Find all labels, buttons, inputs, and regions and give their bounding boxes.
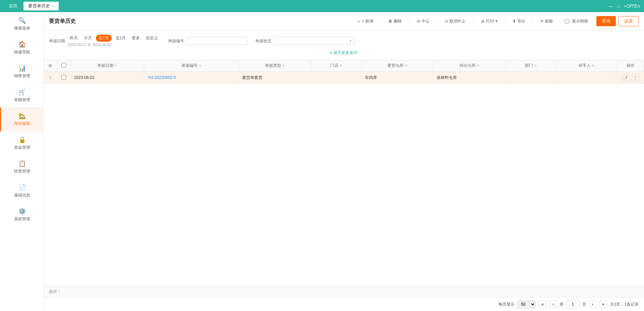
print-button[interactable]: 🖨 打印 ▾ [477, 17, 501, 26]
display-detail-checkbox[interactable] [565, 19, 569, 24]
refresh-button[interactable]: ↻ 刷新 [537, 17, 556, 26]
row-bill-type: 要货单要货 [238, 72, 311, 84]
query-button[interactable]: 查询 [596, 16, 616, 26]
stop-button[interactable]: ⊘ 中止 [414, 17, 433, 26]
divider-2 [409, 18, 410, 24]
table-area: ⚙ 单据日期 ⇅ 单据编号 ⇅ [44, 60, 644, 286]
filter-bar: 单据日期 昨天 今天 近7天 近1月 更多 自定义 2023-05-27 至 2… [44, 31, 644, 60]
col-pending-warehouse-label: 待出仓库 [460, 63, 476, 68]
sidebar-item-basic-info[interactable]: 📄 基础信息 [0, 179, 43, 203]
sidebar-label-inventory: 库存核算 [14, 121, 30, 127]
gear-icon[interactable]: ⚙ [48, 63, 52, 68]
page-label: 第 [559, 302, 564, 307]
print-label: 打印 [486, 18, 494, 24]
col-bill-type[interactable]: 单据类型 ⇅ [238, 60, 311, 72]
page-input[interactable] [566, 301, 580, 308]
row-bill-date: 2023-06-02 [70, 72, 144, 84]
sales-icon: 📊 [18, 64, 26, 72]
export-button[interactable]: ⬆ 导出 [509, 17, 529, 26]
basic-info-icon: 📄 [18, 184, 26, 191]
col-bill-date-sort: ⇅ [114, 64, 117, 68]
minimize-btn[interactable]: — [609, 4, 613, 9]
shortcut-more[interactable]: 更多 [130, 35, 142, 42]
maximize-btn[interactable]: □ [617, 4, 620, 9]
shortcut-today[interactable]: 今天 [82, 35, 94, 42]
shortcut-7days[interactable]: 近7天 [96, 35, 112, 42]
sidebar-item-finance[interactable]: 🔒 资金管理 [0, 131, 43, 155]
display-detail-toggle[interactable]: 显示明细 [565, 18, 588, 24]
expand-more-label: 展开更多条件 [333, 50, 358, 56]
prev-page-btn[interactable]: ‹ [549, 301, 557, 308]
col-bill-date[interactable]: 单据日期 ⇅ [70, 60, 144, 72]
total-info: 共1页，1条记录 [610, 302, 639, 307]
close-btn[interactable]: × [624, 4, 627, 9]
settings-button[interactable]: 设置 [619, 16, 639, 26]
per-page-select[interactable]: 50 100 200 [517, 300, 536, 308]
divider-7 [560, 18, 561, 24]
col-checkbox[interactable] [57, 60, 70, 72]
first-page-btn[interactable]: « [538, 301, 547, 308]
bill-no-label: 单据编号 [168, 38, 184, 44]
sidebar-label-quick-nav: 快捷导航 [14, 49, 30, 55]
tab-close-icon[interactable]: × [52, 4, 54, 8]
shortcut-yesterday[interactable]: 昨天 [68, 35, 80, 42]
delete-label: 删除 [394, 18, 402, 24]
col-settings[interactable]: ⚙ [44, 60, 57, 72]
refresh-icon: ↻ [540, 19, 544, 24]
search-icon: 🔍 [18, 17, 26, 24]
col-pending-warehouse-sort: ⇅ [477, 64, 479, 68]
sidebar-label-basic-info: 基础信息 [14, 192, 30, 198]
bill-status-label: 单据状态 [255, 38, 271, 44]
sidebar-label-operation: 经营管理 [14, 169, 30, 174]
col-ops-label: 操作 [627, 63, 635, 68]
print-dropdown-icon: ▾ [495, 19, 497, 24]
col-req-warehouse[interactable]: 要货仓库 ⇅ [361, 60, 433, 72]
sidebar-item-purchase[interactable]: 🛒 采购管理 [0, 84, 43, 107]
bill-no-input[interactable] [187, 37, 247, 45]
sidebar-label-sales: 销售管理 [14, 73, 30, 79]
page-suffix: 页 [582, 302, 586, 307]
tab-home[interactable]: 首页 [4, 2, 22, 10]
sidebar-item-quick-nav[interactable]: 🏠 快捷导航 [0, 36, 43, 60]
col-store-label: 门店 [330, 63, 338, 68]
col-bill-type-label: 单据类型 [265, 63, 281, 68]
date-range-display: 2023-05-27 至 2023-06-02 [68, 42, 160, 47]
divider-6 [533, 18, 533, 24]
row-bill-no-link[interactable]: YH-20230602-0 [148, 75, 176, 80]
sidebar-item-operation[interactable]: 📋 经营管理 [0, 155, 43, 179]
col-store[interactable]: 门店 ⇅ [311, 60, 361, 72]
row-checkbox[interactable] [57, 72, 70, 84]
page-title: 要货单历史 [49, 18, 76, 25]
select-all-checkbox[interactable] [61, 63, 66, 68]
row-store [311, 72, 361, 84]
expand-more-btn[interactable]: ▾ 展开更多条件 [49, 50, 639, 56]
row-edit-icon[interactable]: 📝 [622, 74, 629, 81]
delete-button[interactable]: 🗑 删除 [385, 17, 405, 26]
filter-row-1: 单据日期 昨天 今天 近7天 近1月 更多 自定义 2023-05-27 至 2… [49, 35, 639, 47]
row-select-checkbox[interactable] [61, 75, 66, 80]
shortcut-1month[interactable]: 近1月 [114, 35, 128, 42]
row-bill-no[interactable]: YH-20230602-0 [144, 72, 239, 84]
cancel-stop-button[interactable]: ⊙ 取消中止 [441, 17, 469, 26]
divider-5 [505, 18, 505, 24]
divider-3 [437, 18, 437, 24]
sidebar-item-system[interactable]: ⚙️ 系统管理 [0, 203, 43, 227]
sidebar-item-search[interactable]: 🔍 搜索菜单 [0, 12, 43, 36]
sidebar-item-inventory[interactable]: 🏡 库存核算 [0, 107, 43, 131]
shortcut-custom[interactable]: 自定义 [144, 35, 160, 42]
next-page-btn[interactable]: › [589, 301, 596, 308]
tab-requisition-history[interactable]: 要货单历史 × [23, 2, 59, 10]
col-bill-no[interactable]: 单据编号 ⇅ [144, 60, 239, 72]
last-page-btn[interactable]: » [599, 301, 607, 308]
bill-no-filter: 单据编号 [168, 37, 247, 45]
new-label: + 新增 [362, 18, 373, 24]
new-button[interactable]: ＋ + 新增 [353, 17, 377, 26]
bill-status-select[interactable]: ▾ [274, 37, 355, 45]
col-dept[interactable]: 部门 ⇅ [505, 60, 556, 72]
purchase-icon: 🛒 [18, 88, 26, 96]
row-more-icon[interactable]: ⋮ [632, 74, 639, 81]
col-pending-warehouse[interactable]: 待出仓库 ⇅ [433, 60, 505, 72]
sidebar-item-sales[interactable]: 📊 销售管理 [0, 60, 43, 84]
per-page-label: 每页显示 [498, 302, 515, 307]
col-handler[interactable]: 经手人 ⇅ [556, 60, 617, 72]
